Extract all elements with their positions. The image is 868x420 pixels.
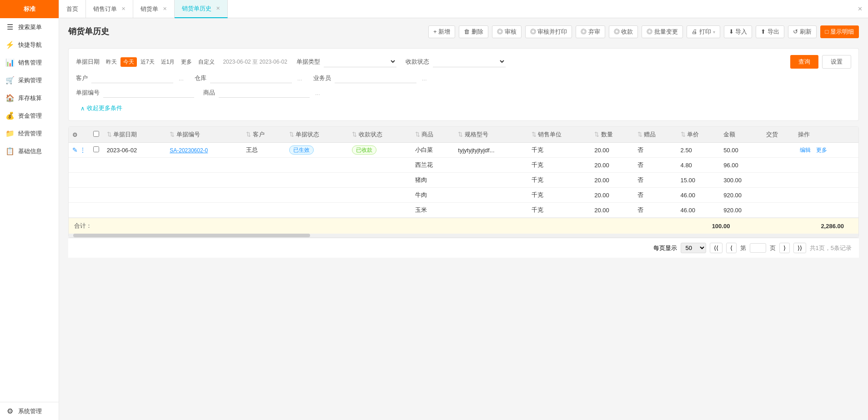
row-collect-status — [348, 203, 411, 218]
doc-no-link[interactable]: SA-20230602-0 — [170, 147, 208, 154]
row-check-cell — [90, 143, 103, 158]
tab-sales-order-close[interactable]: ✕ — [121, 6, 125, 12]
row-doc-status: 已生效 — [286, 143, 348, 158]
row-amount: 50.00 — [720, 143, 763, 158]
sort-doc-status-icon[interactable]: ⇅ — [289, 131, 294, 138]
sort-no-icon[interactable]: ⇅ — [170, 131, 175, 138]
date-tab-more[interactable]: 更多 — [178, 57, 195, 67]
sidebar-item-label: 基础信息 — [18, 147, 42, 155]
tab-sales-history[interactable]: 销货单历史 ✕ — [175, 0, 228, 18]
audit-button[interactable]: ◎ 审核 — [492, 25, 522, 38]
filter-customer-input[interactable] — [91, 73, 173, 83]
sidebar-item-finance[interactable]: 💰 资金管理 — [0, 107, 59, 125]
date-tab-yesterday[interactable]: 昨天 — [103, 57, 120, 67]
sidebar-item-sys-mgmt[interactable]: ⚙ 系统管理 — [0, 402, 59, 420]
collect-button[interactable]: ◎ 收款 — [609, 25, 638, 38]
setting-button[interactable]: 设置 — [822, 55, 851, 69]
filter-row-3: 单据编号 商品 ... — [76, 88, 851, 98]
filter-doc-no-input[interactable] — [103, 88, 194, 98]
row-edit-icon[interactable]: ✎ — [72, 146, 78, 154]
col-unit-label: 销售单位 — [538, 131, 562, 138]
sort-date-icon[interactable]: ⇅ — [107, 131, 112, 138]
warehouse-picker-icon[interactable]: ... — [296, 75, 304, 82]
goods-picker-icon[interactable]: ... — [313, 90, 322, 96]
query-button[interactable]: 查询 — [790, 55, 818, 69]
delete-button[interactable]: 🗑 删除 — [459, 25, 488, 38]
select-all-checkbox[interactable] — [93, 131, 99, 137]
date-tab-7days[interactable]: 近7天 — [138, 57, 157, 67]
collapse-filter-button[interactable]: ∧ 收起更多条件 — [76, 102, 851, 114]
page-title: 销货单历史 — [68, 26, 109, 37]
sort-collect-status-icon[interactable]: ⇅ — [352, 131, 357, 138]
sort-customer-icon[interactable]: ⇅ — [246, 131, 251, 138]
sort-goods-icon[interactable]: ⇅ — [415, 131, 420, 138]
row-checkbox[interactable] — [93, 146, 99, 152]
date-tab-today[interactable]: 今天 — [120, 57, 137, 67]
refresh-button[interactable]: ↺ 刷新 — [788, 25, 817, 38]
page-last-button[interactable]: ⟩⟩ — [793, 243, 806, 253]
show-detail-button[interactable]: □ 显示明细 — [820, 25, 859, 38]
row-goods: 玉米 — [411, 203, 455, 218]
date-tab-custom[interactable]: 自定义 — [196, 57, 217, 67]
filter-salesperson-input[interactable] — [335, 73, 416, 83]
tab-sales-order[interactable]: 销售订单 ✕ — [86, 0, 133, 18]
salesperson-picker-icon[interactable]: ... — [420, 75, 429, 82]
row-goods: 牛肉 — [411, 188, 455, 203]
row-goods: 猪肉 — [411, 173, 455, 188]
setting-button-label: 设置 — [831, 58, 843, 66]
page-unit: 页 — [770, 244, 776, 252]
filter-collect-status-select[interactable] — [433, 56, 506, 67]
sidebar-item-inventory[interactable]: 🏠 库存核算 — [0, 89, 59, 107]
export-button[interactable]: ⬆ 导出 — [756, 25, 784, 38]
col-price-label: 单价 — [687, 131, 699, 138]
sidebar-item-operation[interactable]: 📁 经营管理 — [0, 125, 59, 142]
per-page-select[interactable]: 50 20 100 — [681, 243, 706, 253]
col-customer-label: 客户 — [253, 131, 265, 138]
row-transaction — [763, 173, 795, 188]
tab-bar-close-all[interactable]: ✕ — [858, 5, 863, 12]
sidebar-item-search-menu[interactable]: ☰ 搜索菜单 — [0, 18, 59, 36]
audit-print-button[interactable]: ◎ 审核并打印 — [525, 25, 572, 38]
tab-sales-history-close[interactable]: ✕ — [216, 5, 220, 11]
sidebar-item-purchase-mgmt[interactable]: 🛒 采购管理 — [0, 71, 59, 89]
sort-gift-icon[interactable]: ⇅ — [637, 131, 642, 138]
abandon-button[interactable]: ◎ 弃审 — [576, 25, 605, 38]
col-spec-label: 规格型号 — [465, 131, 488, 138]
page-prev-button[interactable]: ⟨ — [726, 243, 737, 253]
sort-qty-icon[interactable]: ⇅ — [594, 131, 599, 138]
new-button[interactable]: + 新增 — [428, 25, 455, 38]
batch-change-button[interactable]: ◎ 批量变更 — [642, 25, 683, 38]
print-button[interactable]: 🖨 打印 ▾ — [687, 25, 720, 38]
sort-price-icon[interactable]: ⇅ — [681, 131, 686, 138]
sidebar-item-sales-mgmt[interactable]: 📊 销售管理 — [0, 54, 59, 71]
page-number-input[interactable]: 1 — [750, 243, 766, 253]
tab-sales-goods[interactable]: 销货单 ✕ — [133, 0, 175, 18]
tab-sales-goods-close[interactable]: ✕ — [163, 6, 167, 12]
import-button[interactable]: ⬇ 导入 — [724, 25, 753, 38]
row-price: 46.00 — [677, 188, 720, 203]
sidebar-item-basic-info[interactable]: 📋 基础信息 — [0, 142, 59, 160]
customer-picker-icon[interactable]: ... — [177, 75, 186, 82]
tab-home[interactable]: 首页 — [59, 0, 86, 18]
row-unit: 千克 — [528, 158, 591, 173]
row-no[interactable]: SA-20230602-0 — [166, 143, 242, 158]
edit-op-button[interactable]: 编辑 — [798, 146, 813, 154]
sort-spec-icon[interactable]: ⇅ — [458, 131, 463, 138]
date-tab-1month[interactable]: 近1月 — [158, 57, 178, 67]
col-gear[interactable]: ⚙ — [69, 127, 90, 143]
sort-unit-icon[interactable]: ⇅ — [532, 131, 537, 138]
page-first-button[interactable]: ⟨⟨ — [710, 243, 722, 253]
filter-goods-label: 商品 — [203, 89, 215, 97]
more-op-button[interactable]: 更多 — [814, 146, 829, 154]
filter-doc-type-select[interactable] — [324, 56, 396, 67]
page-next-button[interactable]: ⟩ — [779, 243, 790, 253]
filter-goods-input[interactable] — [219, 88, 310, 98]
row-transaction — [763, 188, 795, 203]
filter-doc-type-label: 单据类型 — [296, 58, 320, 66]
row-gift: 否 — [634, 203, 677, 218]
row-check-cell — [90, 203, 103, 218]
col-customer: ⇅ 客户 — [242, 127, 286, 143]
row-more-icon[interactable]: ⋮ — [80, 146, 86, 154]
filter-warehouse-input[interactable] — [210, 73, 292, 83]
sidebar-item-quick-nav[interactable]: ⚡ 快捷导航 — [0, 36, 59, 54]
